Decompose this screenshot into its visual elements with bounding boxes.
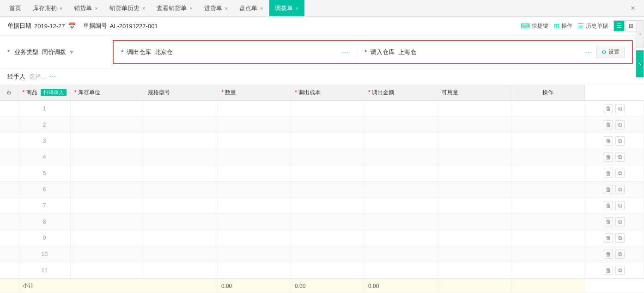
cell-available[interactable] <box>511 262 585 279</box>
history-button[interactable]: ☰ 历史单据 <box>578 22 608 30</box>
cell-cost[interactable] <box>364 214 437 230</box>
right-panel-btn-1[interactable]: ≡ <box>636 20 644 48</box>
window-close-button[interactable]: × <box>626 1 640 16</box>
copy-icon[interactable]: ⧉ <box>615 266 625 275</box>
cell-cost[interactable] <box>364 165 437 182</box>
cell-spec[interactable] <box>217 133 291 149</box>
tab-close-sales-order[interactable]: × <box>95 6 97 11</box>
person-input[interactable]: 选择... <box>29 73 46 81</box>
cell-qty[interactable] <box>291 149 364 165</box>
cell-qty[interactable] <box>291 182 364 198</box>
copy-icon[interactable]: ⧉ <box>615 120 625 129</box>
cell-product[interactable] <box>70 230 144 246</box>
in-warehouse-more-icon[interactable]: ··· <box>585 48 593 56</box>
cell-spec[interactable] <box>217 149 291 165</box>
copy-icon[interactable]: ⧉ <box>615 153 625 162</box>
cell-unit[interactable] <box>144 165 217 182</box>
copy-icon[interactable]: ⧉ <box>615 233 625 243</box>
tab-view-sales[interactable]: 查看销货单 × <box>151 0 198 16</box>
tab-purchase[interactable]: 进货单 × <box>199 0 234 16</box>
cell-qty[interactable] <box>291 165 364 182</box>
cell-unit[interactable] <box>144 182 217 198</box>
cell-amount[interactable] <box>438 165 511 182</box>
cell-unit[interactable] <box>144 262 217 279</box>
out-warehouse-more-icon[interactable]: ··· <box>342 48 349 56</box>
person-more-icon[interactable]: ··· <box>50 73 56 81</box>
settings-button[interactable]: ⚙ 设置 <box>596 46 625 58</box>
cell-product[interactable] <box>70 117 144 133</box>
cell-amount[interactable] <box>438 101 511 117</box>
tab-close-sales-history[interactable]: × <box>142 6 145 11</box>
tab-close-transfer[interactable]: × <box>296 6 298 11</box>
cell-available[interactable] <box>511 133 585 149</box>
cell-cost[interactable] <box>364 230 437 246</box>
cell-amount[interactable] <box>438 246 511 262</box>
tab-close-stocktake[interactable]: × <box>260 6 263 11</box>
cell-spec[interactable] <box>217 165 291 182</box>
delete-icon[interactable]: 🗑 <box>604 201 613 210</box>
tab-close-view-sales[interactable]: × <box>189 6 192 11</box>
cell-cost[interactable] <box>364 117 437 133</box>
shortcuts-button[interactable]: ⌨ 快捷键 <box>521 22 548 30</box>
delete-icon[interactable]: 🗑 <box>604 233 613 243</box>
col-settings-icon[interactable]: ⚙ <box>6 90 12 96</box>
delete-icon[interactable]: 🗑 <box>604 153 613 162</box>
tab-close-purchase[interactable]: × <box>225 6 228 11</box>
cell-amount[interactable] <box>438 214 511 230</box>
delete-icon[interactable]: 🗑 <box>604 169 613 178</box>
cell-amount[interactable] <box>438 230 511 246</box>
cell-cost[interactable] <box>364 246 437 262</box>
calendar-icon[interactable]: 📅 <box>68 22 76 30</box>
cell-qty[interactable] <box>291 133 364 149</box>
cell-product[interactable] <box>70 182 144 198</box>
cell-available[interactable] <box>511 149 585 165</box>
copy-icon[interactable]: ⧉ <box>615 250 625 259</box>
cell-available[interactable] <box>511 165 585 182</box>
cell-qty[interactable] <box>291 262 364 279</box>
cell-spec[interactable] <box>217 117 291 133</box>
dropdown-arrow-icon[interactable]: ▼ <box>69 49 74 55</box>
cell-product[interactable] <box>70 246 144 262</box>
business-type-value-wrapper[interactable]: 同价调拨 ▼ <box>42 48 74 56</box>
cell-unit[interactable] <box>144 149 217 165</box>
cell-product[interactable] <box>70 149 144 165</box>
cell-available[interactable] <box>511 230 585 246</box>
cell-unit[interactable] <box>144 230 217 246</box>
cell-cost[interactable] <box>364 133 437 149</box>
cell-qty[interactable] <box>291 101 364 117</box>
delete-icon[interactable]: 🗑 <box>604 185 613 194</box>
cell-amount[interactable] <box>438 117 511 133</box>
cell-spec[interactable] <box>217 214 291 230</box>
cell-amount[interactable] <box>438 262 511 279</box>
cell-product[interactable] <box>70 101 144 117</box>
layout-btn-list[interactable]: ☰ <box>614 20 625 31</box>
cell-available[interactable] <box>511 198 585 214</box>
operations-button[interactable]: ⊞ 操作 <box>554 22 572 30</box>
tab-stocktake[interactable]: 盘点单 × <box>234 0 269 16</box>
cell-qty[interactable] <box>291 246 364 262</box>
copy-icon[interactable]: ⧉ <box>615 104 625 113</box>
tab-sales-history[interactable]: 销货单历史 × <box>104 0 151 16</box>
cell-unit[interactable] <box>144 246 217 262</box>
cell-product[interactable] <box>70 133 144 149</box>
cell-spec[interactable] <box>217 262 291 279</box>
cell-spec[interactable] <box>217 198 291 214</box>
copy-icon[interactable]: ⧉ <box>615 185 625 194</box>
in-warehouse-value[interactable]: 上海仓 <box>398 48 416 56</box>
cell-unit[interactable] <box>144 101 217 117</box>
tab-home[interactable]: 首页 <box>4 0 27 16</box>
cell-qty[interactable] <box>291 117 364 133</box>
delete-icon[interactable]: 🗑 <box>604 250 613 259</box>
cell-product[interactable] <box>70 214 144 230</box>
cell-spec[interactable] <box>217 230 291 246</box>
delete-icon[interactable]: 🗑 <box>604 104 613 113</box>
cell-cost[interactable] <box>364 198 437 214</box>
copy-icon[interactable]: ⧉ <box>615 201 625 210</box>
tab-close-inventory-init[interactable]: × <box>60 6 62 11</box>
cell-product[interactable] <box>70 165 144 182</box>
cell-amount[interactable] <box>438 182 511 198</box>
cell-spec[interactable] <box>217 246 291 262</box>
cell-available[interactable] <box>511 101 585 117</box>
cell-spec[interactable] <box>217 182 291 198</box>
cell-qty[interactable] <box>291 214 364 230</box>
